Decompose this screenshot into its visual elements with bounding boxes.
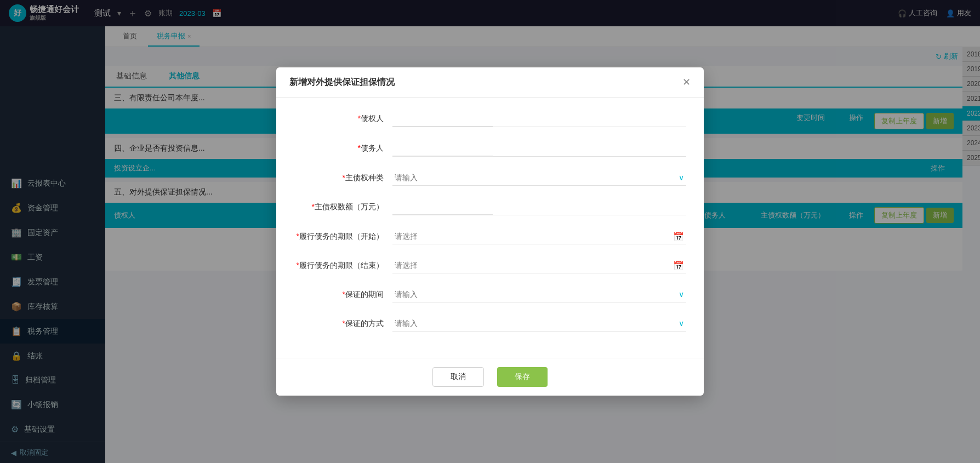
select-wrap-guarantee_period[interactable]: ∨: [392, 287, 686, 302]
form-label-creditor: *债权人: [294, 114, 392, 124]
dialog-body: *债权人*债务人*主债权种类∨*主债权数额（万元）*履行债务的期限（开始）📅*履…: [276, 98, 704, 358]
select-input-guarantee_method[interactable]: [392, 316, 679, 331]
form-row-period_start: *履行债务的期限（开始）📅: [294, 228, 686, 244]
required-star: *: [297, 261, 299, 270]
required-star: *: [343, 173, 345, 182]
date-input-period_end[interactable]: [392, 258, 673, 273]
form-row-guarantee_method: *保证的方式∨: [294, 316, 686, 331]
form-label-period_start: *履行债务的期限（开始）: [294, 232, 392, 242]
save-button[interactable]: 保存: [497, 367, 548, 387]
dialog-footer: 取消 保存: [276, 358, 704, 396]
form-label-guarantee_method: *保证的方式: [294, 319, 392, 329]
dialog-title: 新增对外提供保证担保情况: [289, 77, 395, 88]
form-label-credit_type: *主债权种类: [294, 173, 392, 183]
required-star: *: [312, 202, 315, 211]
input-credit_amount[interactable]: [392, 199, 493, 215]
date-wrap-period_end[interactable]: 📅: [392, 258, 686, 273]
chevron-down-icon: ∨: [679, 319, 686, 328]
form-label-guarantee_period: *保证的期间: [294, 290, 392, 300]
form-row-credit_amount: *主债权数额（万元）: [294, 199, 686, 215]
select-input-guarantee_period[interactable]: [392, 287, 679, 302]
dialog: 新增对外提供保证担保情况 ✕ *债权人*债务人*主债权种类∨*主债权数额（万元）…: [276, 67, 704, 396]
form-row-debtor: *债务人: [294, 140, 686, 157]
form-row-credit_type: *主债权种类∨: [294, 170, 686, 186]
dialog-header: 新增对外提供保证担保情况 ✕: [276, 67, 704, 98]
dialog-overlay: 新增对外提供保证担保情况 ✕ *债权人*债务人*主债权种类∨*主债权数额（万元）…: [0, 0, 980, 463]
required-star: *: [343, 319, 345, 328]
required-star: *: [297, 232, 299, 241]
select-wrap-guarantee_method[interactable]: ∨: [392, 316, 686, 331]
calendar-icon: 📅: [673, 260, 686, 271]
form-row-guarantee_period: *保证的期间∨: [294, 287, 686, 302]
form-row-creditor: *债权人: [294, 111, 686, 127]
required-star: *: [343, 290, 345, 299]
required-star: *: [358, 114, 361, 123]
calendar-icon: 📅: [673, 231, 686, 242]
cancel-button[interactable]: 取消: [432, 367, 484, 387]
select-wrap-credit_type[interactable]: ∨: [392, 170, 686, 186]
required-star: *: [358, 144, 361, 152]
input-creditor[interactable]: [392, 111, 493, 127]
select-input-credit_type[interactable]: [392, 170, 679, 185]
form-row-period_end: *履行债务的期限（结束）📅: [294, 258, 686, 273]
input-debtor[interactable]: [392, 140, 493, 156]
date-wrap-period_start[interactable]: 📅: [392, 228, 686, 244]
form-label-period_end: *履行债务的期限（结束）: [294, 261, 392, 271]
form-label-debtor: *债务人: [294, 144, 392, 153]
chevron-down-icon: ∨: [679, 290, 686, 299]
dialog-close-button[interactable]: ✕: [682, 76, 691, 88]
date-input-period_start[interactable]: [392, 228, 673, 244]
form-label-credit_amount: *主债权数额（万元）: [294, 202, 392, 212]
chevron-down-icon: ∨: [679, 173, 686, 182]
